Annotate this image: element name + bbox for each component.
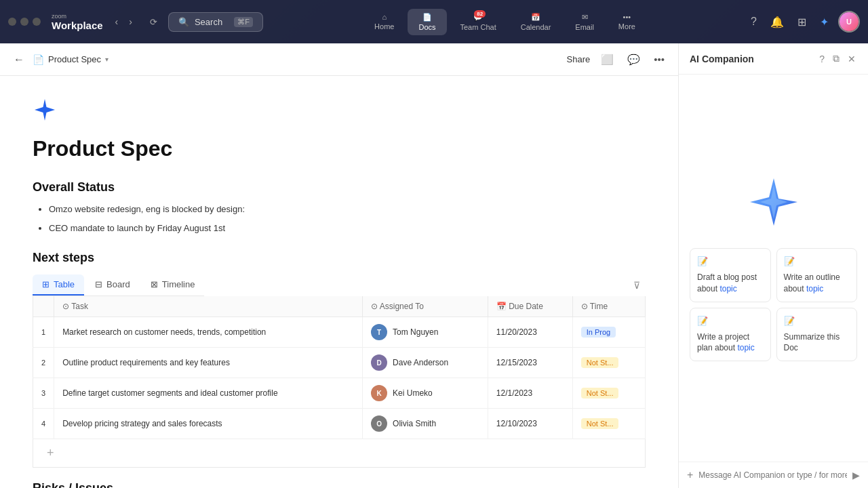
help-button[interactable]: ? — [747, 12, 761, 32]
comment-button[interactable]: 💬 — [625, 51, 643, 68]
row-assignee: K Kei Umeko — [363, 378, 488, 409]
row-task: Market research on customer needs, trend… — [54, 317, 363, 348]
view-tab-board[interactable]: ⊟ Board — [85, 274, 140, 296]
tab-docs[interactable]: 📄 Docs — [408, 9, 446, 35]
suggestion-card-4[interactable]: 📝 Summarize this Doc — [776, 308, 858, 362]
tab-email[interactable]: ✉ Email — [564, 9, 605, 35]
forward-nav-button[interactable]: › — [125, 14, 136, 30]
search-box[interactable]: 🔍 Search ⌘F — [168, 12, 263, 32]
teamchat-icon: 💬 82 — [473, 13, 483, 22]
table-label: Table — [54, 279, 75, 289]
ai-button[interactable]: ✦ — [816, 12, 833, 33]
list-item: Omzo website redesign, eng is blocked by… — [49, 203, 646, 216]
tab-more[interactable]: ••• More — [608, 9, 646, 35]
window-minimize[interactable] — [20, 18, 28, 26]
notifications-button[interactable]: 🔔 — [766, 12, 788, 33]
assignee-avatar: T — [371, 324, 387, 340]
back-nav-button[interactable]: ‹ — [111, 14, 123, 30]
view-tab-table[interactable]: ⊞ Table — [33, 274, 84, 296]
col-task: ⊙ Task — [54, 296, 363, 317]
doc-toolbar: ← 📄 Product Spec ▾ Share ⬜ 💬 ••• — [0, 43, 678, 76]
home-icon: ⌂ — [382, 13, 387, 21]
calendar-icon: 📅 — [531, 13, 540, 22]
ai-plus-button[interactable]: + — [687, 469, 693, 481]
risks-heading: Risks / Issues — [33, 481, 646, 488]
row-assignee: D Dave Anderson — [363, 348, 488, 378]
view-tab-timeline[interactable]: ⊠ Timeline — [141, 274, 205, 296]
suggestion-text: Draft a blog post about topic — [697, 272, 764, 295]
back-button[interactable]: ← — [11, 51, 27, 68]
board-label: Board — [106, 279, 130, 289]
timeline-icon: ⊠ — [151, 279, 158, 289]
col-duedate: 📅 Due Date — [488, 296, 572, 317]
suggestion-card-2[interactable]: 📝 Write an outline about topic — [776, 248, 858, 302]
tab-calendar[interactable]: 📅 Calendar — [510, 9, 562, 35]
doc-area: ← 📄 Product Spec ▾ Share ⬜ 💬 ••• Product — [0, 43, 678, 488]
calendar-label: Calendar — [521, 23, 551, 31]
next-steps-heading: Next steps — [33, 251, 646, 265]
ai-message-input[interactable] — [698, 470, 847, 480]
suggestion-icon: 📝 — [697, 256, 764, 268]
suggestion-text: Write a project plan about topic — [697, 331, 764, 354]
add-row-button[interactable]: + — [39, 442, 62, 464]
table-row: 4 Develop pricing strategy and sales for… — [33, 409, 646, 439]
suggestion-text: Summarize this Doc — [784, 331, 850, 354]
suggestion-card-3[interactable]: 📝 Write a project plan about topic — [690, 308, 771, 362]
row-status: Not St... — [572, 378, 645, 409]
row-task: Outline product requirements and key fea… — [54, 348, 363, 378]
overall-status-heading: Overall Status — [33, 180, 646, 195]
suggestion-card-1[interactable]: 📝 Draft a blog post about topic — [690, 248, 771, 302]
history-icon: ⟳ — [150, 17, 157, 27]
present-button[interactable]: ⬜ — [598, 51, 616, 68]
row-status: Not St... — [572, 409, 645, 439]
window-controls — [8, 18, 41, 26]
ai-help-button[interactable]: ? — [818, 52, 826, 66]
zoom-label: zoom — [52, 13, 103, 20]
assignee-avatar: D — [371, 354, 387, 371]
doc-title-bar[interactable]: 📄 Product Spec ▾ — [33, 54, 108, 65]
window-close[interactable] — [8, 18, 16, 26]
email-label: Email — [575, 23, 594, 31]
row-duedate: 12/10/2023 — [488, 409, 572, 439]
task-table: ⊙ Task ⊙ Assigned To 📅 Due Date ⊙ Time 1… — [33, 296, 646, 439]
teamchat-label: Team Chat — [460, 23, 496, 31]
filter-button[interactable]: ⊽ — [628, 277, 646, 293]
assignee-name: Kei Umeko — [393, 388, 433, 398]
docs-label: Docs — [418, 23, 435, 31]
avatar[interactable]: U — [838, 11, 860, 33]
assignee-name: Olivia Smith — [393, 419, 436, 428]
more-options-button[interactable]: ••• — [651, 51, 667, 68]
table-row: 1 Market research on customer needs, tre… — [33, 317, 646, 348]
view-tabs: ⊞ Table ⊟ Board ⊠ Timeline — [33, 274, 204, 296]
home-label: Home — [374, 22, 394, 30]
status-badge: Not St... — [581, 357, 619, 368]
apps-button[interactable]: ⊞ — [793, 12, 810, 33]
ai-send-button[interactable]: ▶ — [852, 470, 860, 481]
row-number: 2 — [33, 348, 54, 378]
row-task: Define target customer segments and idea… — [54, 378, 363, 409]
avatar-image: U — [840, 12, 859, 31]
list-item: CEO mandate to launch by Friday August 1… — [49, 222, 646, 235]
tab-teamchat[interactable]: 💬 82 Team Chat — [450, 9, 507, 35]
share-button[interactable]: Share — [567, 54, 591, 64]
tab-home[interactable]: ⌂ Home — [363, 9, 405, 35]
suggestion-icon: 📝 — [784, 315, 850, 327]
overall-status-list: Omzo website redesign, eng is blocked by… — [33, 203, 646, 235]
ai-panel-header: AI Companion ? ⧉ ✕ — [679, 43, 868, 75]
row-status: Not St... — [572, 348, 645, 378]
status-badge: In Prog — [581, 327, 616, 338]
ai-gem-icon — [747, 175, 801, 232]
history-button[interactable]: ⟳ — [144, 14, 163, 30]
search-shortcut: ⌘F — [234, 17, 253, 27]
suggestion-icon: 📝 — [697, 315, 764, 327]
col-assigned: ⊙ Assigned To — [363, 296, 488, 317]
row-number: 1 — [33, 317, 54, 348]
window-maximize[interactable] — [33, 18, 41, 26]
ai-close-button[interactable]: ✕ — [846, 52, 857, 66]
doc-content: Product Spec Overall Status Omzo website… — [0, 76, 678, 488]
ai-expand-button[interactable]: ⧉ — [831, 52, 841, 66]
doc-main-title: Product Spec — [33, 136, 646, 161]
board-icon: ⊟ — [95, 279, 102, 289]
ai-panel-body: 📝 Draft a blog post about topic 📝 Write … — [679, 75, 868, 462]
ai-star-icon — [33, 98, 646, 128]
